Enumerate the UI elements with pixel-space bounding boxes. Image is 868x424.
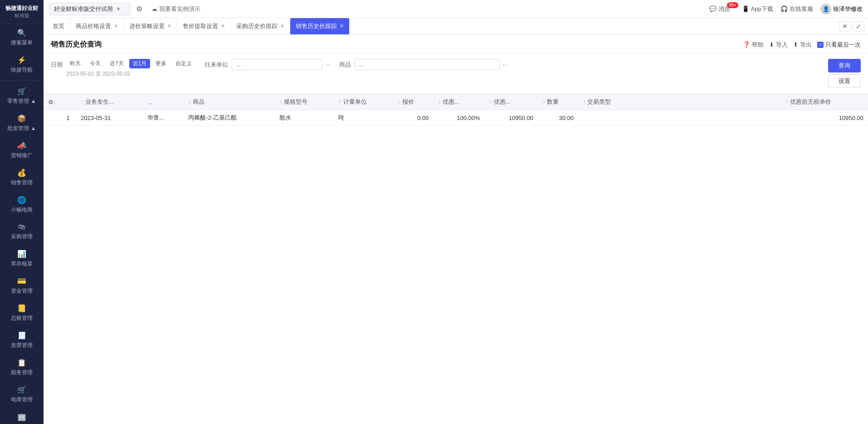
messages-button[interactable]: 💬 消息 99+ <box>709 5 735 13</box>
settings-button[interactable]: 设置 <box>828 74 861 88</box>
online-service-button[interactable]: 🎧 在线客服 <box>780 5 813 13</box>
product-more-button[interactable]: ··· <box>502 61 507 68</box>
avatar: 👤 <box>820 4 831 14</box>
import-button[interactable]: ⬇ 导入 <box>769 41 788 49</box>
th-pretax-price[interactable]: ↑ 优惠前无税单价 <box>781 94 868 110</box>
sort-asc-icon9: ↑ <box>583 98 586 105</box>
help-button[interactable]: ❓ 帮助 <box>743 41 764 49</box>
tab-strategy-settings-label: 进价策略设置 <box>129 22 165 30</box>
sidebar-item-ecomm[interactable]: 🛒 电商管理 <box>0 381 44 408</box>
sidebar-item-purchase[interactable]: 🛍 采购管理 <box>0 218 44 245</box>
date-btn-yesterday[interactable]: 昨天 <box>66 59 84 68</box>
product-input[interactable] <box>355 59 500 70</box>
gear-icon: ⚙ <box>48 99 54 106</box>
sidebar-item-invoice[interactable]: 🧾 发票管理 <box>0 327 44 354</box>
th-gear[interactable]: ⚙ <box>44 94 60 110</box>
app-title: 畅捷通好业财 <box>5 5 38 12</box>
retail-icon: 🛒 <box>17 87 26 96</box>
table-header-row: ⚙ ↑ 业务发生... ... ↑ 商品 <box>44 94 868 110</box>
date-btn-1month[interactable]: 近1月 <box>129 59 151 68</box>
only-last-label: 只看最后一次 <box>825 41 861 49</box>
tab-purchase-history[interactable]: 采购历史价跟踪 ✕ <box>231 18 290 34</box>
sidebar-item-quick-nav[interactable]: ⚡ 快捷导航 <box>0 51 44 78</box>
th-more[interactable]: ... <box>143 94 184 110</box>
date-btn-custom[interactable]: 自定义 <box>172 59 195 68</box>
tab-price-settings-close[interactable]: ✕ <box>114 23 118 29</box>
date-btn-today[interactable]: 今天 <box>86 59 104 68</box>
search-button[interactable]: 查询 <box>828 59 861 72</box>
tabs-bar: 首页 商品价格设置 ✕ 进价策略设置 ✕ 售价提取设置 ✕ 采购历史价跟踪 ✕ … <box>44 18 868 34</box>
finance-icon: 💳 <box>17 277 26 285</box>
th-price[interactable]: ↑ 报价 <box>393 94 434 110</box>
sidebar-item-inventory[interactable]: 📊 库存核算 <box>0 245 44 272</box>
sidebar-item-search[interactable]: 🔍 搜索菜单 <box>0 24 44 51</box>
date-filter-options: 昨天 今天 近7天 近1月 更多 自定义 2023-05-02 至 2023-0… <box>66 59 195 78</box>
maximize-tab-button[interactable]: ⤢ <box>853 21 864 31</box>
sidebar-item-assets[interactable]: 🏢 固定资产 <box>0 408 44 424</box>
row-biz-date: 2023-05-31 <box>76 110 143 126</box>
sidebar-item-label: 批发管理 ▲ <box>7 125 36 132</box>
close-tab-button[interactable]: ✕ <box>839 21 851 31</box>
user-menu[interactable]: 👤 徐泽华修改 <box>820 4 863 14</box>
tab-sale-extract-label: 售价提取设置 <box>183 22 218 30</box>
sidebar-item-tax[interactable]: 📋 税务管理 <box>0 354 44 381</box>
date-btn-7days[interactable]: 近7天 <box>106 59 127 68</box>
sidebar-item-retail[interactable]: 🛒 零售管理 ▲ <box>0 82 44 110</box>
online-service-label: 在线客服 <box>790 5 813 13</box>
demo-button[interactable]: ☁ 我要看实例演示 <box>151 5 200 13</box>
sort-asc-icon6: ↑ <box>438 98 441 105</box>
topbar-settings-icon[interactable]: ⚙ <box>134 3 144 15</box>
th-trade-type[interactable]: ↑ 交易类型 <box>578 94 637 110</box>
th-product[interactable]: ↑ 商品 <box>184 94 275 110</box>
tab-sale-extract-close[interactable]: ✕ <box>221 23 225 29</box>
tab-purchase-history-close[interactable]: ✕ <box>280 23 284 29</box>
assets-icon: 🏢 <box>17 413 26 421</box>
row-discount2: 10950.00 <box>485 110 538 126</box>
tab-sales-history-close[interactable]: ✕ <box>340 23 344 29</box>
sidebar-logo: 畅捷通好业财 标准版 <box>0 0 44 24</box>
th-spec[interactable]: ↑ 规格型号 <box>275 94 334 110</box>
row-spec: 散水 <box>275 110 334 126</box>
sort-asc-icon7: ↑ <box>489 98 493 105</box>
export-button[interactable]: ⬆ 导出 <box>793 41 812 49</box>
sidebar-item-marketing[interactable]: 📣 营销推广 <box>0 137 44 164</box>
tab-home-label: 首页 <box>53 22 64 30</box>
sidebar-item-ledger[interactable]: 📒 总账管理 <box>0 299 44 327</box>
purchase-icon: 🛍 <box>18 223 25 231</box>
sort-asc-icon4: ↑ <box>338 98 341 105</box>
import-label: 导入 <box>776 41 788 49</box>
sidebar-item-sales[interactable]: 💰 销售管理 <box>0 164 44 191</box>
source-more-button[interactable]: ··· <box>325 61 330 68</box>
sidebar-item-finance[interactable]: 💳 资金管理 <box>0 272 44 299</box>
tab-sales-history[interactable]: 销售历史价跟踪 ✕ <box>290 18 350 34</box>
product-filter-label: 商品 <box>339 59 351 69</box>
tab-strategy-settings[interactable]: 进价策略设置 ✕ <box>124 18 177 34</box>
sort-asc-icon8: ↑ <box>542 98 546 105</box>
sort-asc-icon: ↑ <box>81 98 84 105</box>
sidebar-item-label: 资金管理 <box>11 287 33 295</box>
tab-home[interactable]: 首页 <box>47 18 70 34</box>
th-biz-date[interactable]: ↑ 业务发生... <box>76 94 143 110</box>
th-discount1[interactable]: ↑ 优惠... <box>434 94 485 110</box>
app-download-button[interactable]: 📱 App下载 <box>742 5 773 13</box>
only-last-checkbox[interactable]: ✓ 只看最后一次 <box>817 41 861 49</box>
th-quantity[interactable]: ↑ 数量 <box>538 94 578 110</box>
tab-price-settings[interactable]: 商品价格设置 ✕ <box>70 18 124 34</box>
wholesale-icon: 📦 <box>17 114 26 123</box>
help-icon: ❓ <box>743 41 750 48</box>
tab-sale-extract[interactable]: 售价提取设置 ✕ <box>177 18 231 34</box>
source-input[interactable] <box>232 59 322 70</box>
sidebar-item-label: 发票管理 <box>11 342 33 349</box>
sort-asc-icon2: ↑ <box>188 98 191 105</box>
th-discount2[interactable]: ↑ 优惠... <box>485 94 538 110</box>
th-unit[interactable]: ↑ 计量单位 <box>334 94 393 110</box>
th-index <box>60 94 76 110</box>
data-table: ⚙ ↑ 业务发生... ... ↑ 商品 <box>44 94 868 126</box>
app-subtitle: 标准版 <box>15 12 29 19</box>
sidebar-item-ecoms[interactable]: 🌐 小畅电商 <box>0 191 44 218</box>
product-selector[interactable]: 好业财标准版交付试用 ▼ <box>49 3 131 15</box>
date-btn-more[interactable]: 更多 <box>152 59 170 68</box>
sidebar-item-wholesale[interactable]: 📦 批发管理 ▲ <box>0 110 44 137</box>
tab-strategy-settings-close[interactable]: ✕ <box>167 23 171 29</box>
messages-badge: 99+ <box>727 2 738 8</box>
